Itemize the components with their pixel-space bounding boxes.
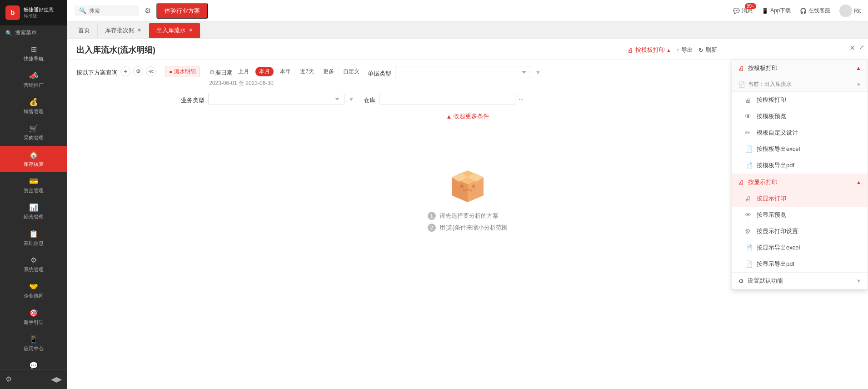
- svg-point-5: [460, 185, 464, 188]
- tab-inventory-batch[interactable]: 库存批次账 ✕: [98, 23, 149, 38]
- phone-icon: 📱: [762, 8, 768, 14]
- headset-icon: 🎧: [800, 8, 807, 14]
- display-preview-label: 按显示预览: [757, 211, 786, 219]
- footer-settings-icon: ⚙: [738, 278, 744, 284]
- app-download-label: App下载: [770, 7, 791, 15]
- sidebar-item-wechat[interactable]: 💬 企业微信: [0, 357, 67, 369]
- window-expand-icon[interactable]: ⤢: [859, 44, 864, 52]
- search-input[interactable]: [89, 8, 135, 14]
- date-tab-custom[interactable]: 自定义: [340, 67, 362, 76]
- current-section-icon: 📄: [738, 81, 745, 88]
- sidebar-item-purchase[interactable]: 🛒 采购管理: [0, 120, 67, 146]
- display-export-pdf-label: 按显示导出pdf: [757, 260, 794, 268]
- sidebar-item-inventory[interactable]: 🏠 库存核算: [0, 146, 67, 172]
- tab-home[interactable]: 首页: [71, 23, 98, 38]
- bill-type-more-icon[interactable]: ▼: [535, 69, 541, 76]
- sidebar-item-app-center[interactable]: 📱 应用中心: [0, 330, 67, 357]
- trial-button[interactable]: 体验行业方案: [156, 3, 208, 19]
- sidebar-item-guide[interactable]: 🎯 新手引导: [0, 304, 67, 330]
- warehouse-input[interactable]: [379, 93, 515, 105]
- search-menu-item[interactable]: 🔍 搜索菜单: [0, 25, 67, 40]
- filter-settings-button[interactable]: ⚙: [133, 66, 143, 76]
- date-range: 2023-06-01 至 2023-06-30: [209, 80, 362, 87]
- sidebar-item-basic[interactable]: 📋 基础信息: [0, 225, 67, 251]
- biz-type-dropdown-icon: ▼: [348, 95, 354, 103]
- bill-type-filter: 单据类型 ▼: [368, 66, 541, 78]
- top-header: 🔍 ⚙ 体验行业方案 💬 消息 99+ 📱 App下载 🎧 在线客服 Rit: [67, 0, 868, 22]
- template-print-button[interactable]: 🖨 按模板打印 ▲: [628, 46, 671, 54]
- refresh-button[interactable]: ↻ 刷新: [698, 46, 717, 54]
- filter-collapse-button[interactable]: ≪: [146, 66, 156, 76]
- display-export-excel-label: 按显示导出excel: [757, 244, 800, 252]
- biz-type-select[interactable]: [208, 93, 344, 105]
- refresh-label: 刷新: [705, 46, 717, 54]
- header-search-bar[interactable]: 🔍: [75, 5, 139, 16]
- dropdown-display-section[interactable]: 🖨 按显示打印 ▲: [732, 174, 868, 190]
- sales-icon: 💰: [29, 98, 38, 106]
- dropdown-chevron-up-icon[interactable]: ▲: [856, 65, 861, 71]
- dropdown-item-display-print[interactable]: 🖨 按显示打印: [732, 190, 868, 207]
- dropdown-item-template-preview[interactable]: 👁 按模板预览: [732, 108, 868, 125]
- sidebar-item-finance[interactable]: 💳 资金管理: [0, 172, 67, 199]
- sidebar-item-system[interactable]: ⚙ 系统管理: [0, 251, 67, 278]
- tag-icon: ●: [169, 69, 172, 75]
- dropdown-item-display-preview[interactable]: 👁 按显示预览: [732, 207, 868, 223]
- dropdown-item-display-export-excel[interactable]: 📄 按显示导出excel: [732, 239, 868, 256]
- sidebar-item-operation[interactable]: 📊 经营管理: [0, 199, 67, 225]
- message-button[interactable]: 💬 消息 99+: [733, 7, 753, 15]
- dropdown-item-display-export-pdf[interactable]: 📄 按显示导出pdf: [732, 256, 868, 272]
- app-download-button[interactable]: 📱 App下载: [762, 7, 791, 15]
- message-icon: 💬: [733, 8, 740, 14]
- dropdown-footer-settings[interactable]: ⚙ 设置默认功能 ▼: [732, 272, 868, 289]
- dropdown-item-template-print[interactable]: 🖨 按模板打印: [732, 92, 868, 108]
- display-section-chevron-up: ▲: [856, 180, 861, 185]
- tip-1-text: 请先选择要分析的方案: [439, 212, 499, 220]
- online-service-button[interactable]: 🎧 在线客服: [800, 7, 830, 15]
- collapse-filter-button[interactable]: ▲ 收起更多条件: [446, 112, 489, 120]
- sidebar-item-quick-nav[interactable]: ⊞ 快捷导航: [0, 40, 67, 67]
- user-avatar-button[interactable]: Rit: [839, 5, 861, 17]
- filter-add-button[interactable]: +: [120, 66, 130, 76]
- sidebar-item-marketing[interactable]: 📣 营销推广: [0, 67, 67, 93]
- message-badge: 99+: [745, 3, 756, 9]
- collapse-sidebar-icon[interactable]: ◀▶: [51, 375, 62, 384]
- settings-gear-icon[interactable]: ⚙: [5, 375, 12, 384]
- sidebar-item-corp[interactable]: 🤝 企业协同: [0, 278, 67, 304]
- date-tab-this-month[interactable]: 本月: [255, 67, 274, 76]
- date-label: 单据日期: [209, 66, 233, 77]
- dropdown-item-template-export-excel[interactable]: 📄 按模板导出excel: [732, 141, 868, 157]
- in-out-flow-label: 出入库流水: [156, 26, 186, 35]
- display-pdf-icon: 📄: [745, 260, 752, 268]
- quick-nav-label: 快捷导航: [24, 55, 44, 62]
- tab-in-out-flow-close[interactable]: ✕: [189, 27, 193, 33]
- dropdown-item-template-export-pdf[interactable]: 📄 按模板导出pdf: [732, 157, 868, 174]
- warehouse-filter: 仓库 ···: [364, 93, 524, 105]
- sidebar-bottom: ⚙ ◀▶: [0, 369, 67, 389]
- export-label: 导出: [681, 46, 693, 54]
- window-close-icon[interactable]: ✕: [849, 44, 855, 52]
- inventory-icon: 🏠: [29, 150, 38, 159]
- dropdown-item-display-print-settings[interactable]: ⚙ 按显示打印设置: [732, 223, 868, 239]
- template-print-icon: 🖨: [745, 96, 752, 104]
- sidebar-item-sales[interactable]: 💰 销售管理: [0, 93, 67, 120]
- search-icon: 🔍: [5, 30, 12, 36]
- gear-icon[interactable]: ⚙: [145, 6, 151, 15]
- dropdown-item-template-custom[interactable]: ✏ 模板自定义设计: [732, 125, 868, 141]
- date-tab-more[interactable]: 更多: [320, 67, 337, 76]
- home-tab-label: 首页: [78, 26, 90, 35]
- date-tabs: 上月 本月 本年 近7天 更多 自定义: [235, 67, 362, 76]
- filter-tag-flow[interactable]: ● 流水明细: [165, 66, 200, 77]
- warehouse-label: 仓库: [364, 94, 375, 105]
- page-area: 出入库流水(流水明细) 🖨 按模板打印 ▲ ↑ 导出 ↻ 刷新: [67, 39, 868, 389]
- dropdown-header: 🖨 按模板打印 ▲: [732, 60, 868, 77]
- window-controls: ✕ ⤢: [849, 44, 864, 52]
- date-tab-last7[interactable]: 近7天: [297, 67, 317, 76]
- template-custom-label: 模板自定义设计: [757, 129, 798, 137]
- warehouse-more-button[interactable]: ···: [519, 96, 524, 102]
- export-button[interactable]: ↑ 导出: [677, 46, 693, 54]
- date-tab-this-year[interactable]: 本年: [277, 67, 294, 76]
- tab-inventory-batch-close[interactable]: ✕: [137, 27, 141, 33]
- bill-type-select[interactable]: [395, 66, 531, 78]
- tab-in-out-flow[interactable]: 出入库流水 ✕: [149, 23, 200, 38]
- date-tab-last-month[interactable]: 上月: [235, 67, 252, 76]
